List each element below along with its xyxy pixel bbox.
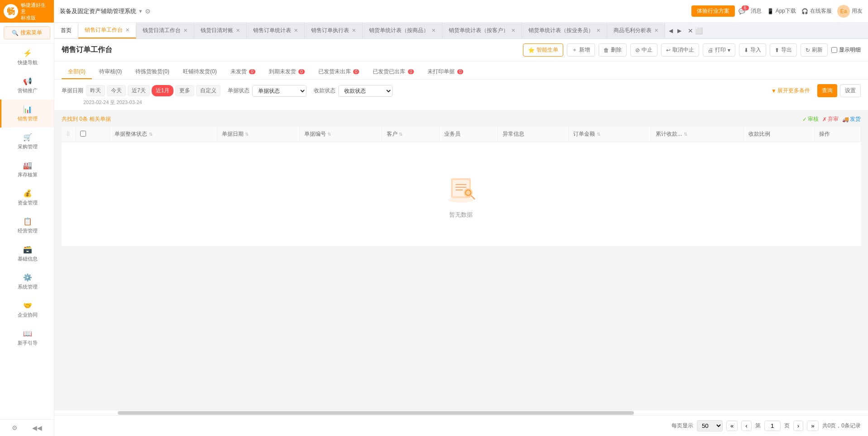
sidebar-item-sales[interactable]: 📊 销售管理: [0, 100, 54, 128]
th-date[interactable]: 单据日期 ⇅: [217, 127, 299, 142]
sidebar-item-operation[interactable]: 📋 经营管理: [0, 212, 54, 240]
th-amount[interactable]: 订单金额 ⇅: [569, 127, 651, 142]
sub-tab-pending-review[interactable]: 待审核(0): [93, 65, 129, 79]
date-btn-more[interactable]: 更多: [175, 85, 194, 96]
query-btn[interactable]: 查询: [817, 84, 837, 97]
prev-page-btn[interactable]: ‹: [741, 421, 751, 431]
th-status[interactable]: 单据整体状态 ⇅: [110, 127, 217, 142]
select-all-checkbox[interactable]: [80, 131, 86, 137]
smart-create-btn[interactable]: ⭐ 智能生单: [523, 43, 563, 57]
first-page-btn[interactable]: «: [726, 421, 738, 431]
tab-close-sales-stat-product[interactable]: ✕: [432, 28, 436, 33]
date-btn-today[interactable]: 今天: [107, 85, 126, 96]
sub-tab-pending-check[interactable]: 待拣货验货(0): [129, 65, 176, 79]
tab-home[interactable]: 首页: [54, 23, 78, 38]
print-btn[interactable]: 🖨 打印 ▾: [703, 43, 735, 57]
th-number[interactable]: 单据编号 ⇅: [299, 127, 382, 142]
refresh-btn[interactable]: ↻ 刷新: [801, 43, 828, 57]
sidebar-item-purchase[interactable]: 🛒 采购管理: [0, 128, 54, 156]
expired-not-shipped-badge: 0: [298, 69, 305, 74]
show-detail-checkbox[interactable]: [831, 47, 837, 53]
tab-sales-workbench[interactable]: 销售订单工作台 ✕: [78, 23, 136, 38]
date-group: 昨天 今天 近7天 近1月 更多 自定义: [86, 85, 221, 96]
tab-close-sales-stat[interactable]: ✕: [294, 28, 298, 33]
ship-btn[interactable]: 🚚 发货: [842, 115, 861, 123]
tab-sales-stat-product[interactable]: 销货单统计表（按商品） ✕: [363, 23, 442, 38]
online-service-btn[interactable]: 🎧 在线客服: [801, 7, 832, 15]
sidebar-item-marketing[interactable]: 📢 营销推广: [0, 71, 54, 100]
scrollbar-thumb[interactable]: [118, 411, 634, 415]
message-badge[interactable]: 💬 6: [739, 8, 745, 14]
topbar-actions: 💬 6 消息 📱 App下载 🎧 在线客服 Ea 用友: [739, 5, 863, 18]
tab-maximize[interactable]: ⬜: [695, 27, 703, 34]
industry-btn[interactable]: 体验行业方案: [691, 5, 735, 17]
sidebar-item-finance[interactable]: 💰 资金管理: [0, 184, 54, 212]
tab-close-sales-stat-customer[interactable]: ✕: [511, 28, 515, 33]
sub-tab-expired-not-shipped[interactable]: 到期未发货 0: [263, 65, 311, 79]
show-detail-label[interactable]: 显示明细: [831, 46, 861, 54]
add-btn[interactable]: ＋ 新增: [567, 43, 595, 57]
tab-sales-stat[interactable]: 销售订单统计表 ✕: [247, 23, 305, 38]
collapse-icon[interactable]: ◀◀: [32, 424, 42, 431]
tab-scroll-left[interactable]: ◀: [667, 27, 675, 35]
tab-cash-daily[interactable]: 钱货日清工作台 ✕: [136, 23, 194, 38]
date-btn-custom[interactable]: 自定义: [196, 85, 221, 96]
tab-sales-stat-customer[interactable]: 销货单统计表（按客户） ✕: [442, 23, 522, 38]
sub-tab-not-printed[interactable]: 未打印单据 0: [421, 65, 470, 79]
tab-close-product-margin[interactable]: ✕: [654, 28, 658, 33]
sub-tab-not-shipped[interactable]: 未发货 0: [224, 65, 262, 79]
dropdown-arrow-icon[interactable]: ▾: [139, 8, 142, 14]
tab-sales-exec[interactable]: 销售订单执行表 ✕: [305, 23, 363, 38]
sidebar-item-corp[interactable]: 🤝 企业协同: [0, 296, 54, 324]
sidebar-item-guide[interactable]: 📖 新手引导: [0, 324, 54, 352]
settings-bottom-icon[interactable]: ⚙: [12, 424, 18, 431]
tab-close-sales-exec[interactable]: ✕: [352, 28, 356, 33]
payment-select[interactable]: 收款状态: [338, 85, 393, 97]
sidebar-item-inventory[interactable]: 🏭 库存核算: [0, 156, 54, 184]
last-page-btn[interactable]: »: [807, 421, 818, 431]
approve-btn[interactable]: ✓ 审核: [802, 115, 819, 123]
sidebar-item-quick-nav[interactable]: ⚡ 快捷导航: [0, 43, 54, 71]
next-page-btn[interactable]: ›: [793, 421, 803, 431]
sub-tab-wangpu-pending[interactable]: 旺铺待发货(0): [177, 65, 223, 79]
tab-cash-reconcile[interactable]: 钱货日清对账 ✕: [194, 23, 247, 38]
app-download-btn[interactable]: 📱 App下载: [767, 7, 796, 15]
date-btn-1month[interactable]: 近1月: [152, 85, 174, 96]
date-btn-yesterday[interactable]: 昨天: [86, 85, 105, 96]
user-profile-btn[interactable]: Ea 用友: [837, 5, 863, 18]
stop-btn[interactable]: ⊘ 中止: [630, 43, 657, 57]
tab-product-margin[interactable]: 商品毛利分析表 ✕: [607, 23, 665, 38]
tab-scroll-right[interactable]: ▶: [676, 27, 683, 35]
sort-date-icon: ⇅: [245, 132, 249, 137]
cancel-stop-btn[interactable]: ↩ 取消中止: [661, 43, 699, 57]
reject-btn[interactable]: ✗ 弃审: [822, 115, 839, 123]
settings-icon[interactable]: ⚙: [145, 8, 151, 15]
status-select[interactable]: 单据状态: [252, 85, 307, 97]
tab-close-sales-workbench[interactable]: ✕: [125, 27, 129, 33]
page-number-input[interactable]: [764, 421, 781, 431]
delete-btn[interactable]: 🗑 删除: [599, 43, 627, 57]
sub-tab-shipped-not-out[interactable]: 已发货未出库 0: [312, 65, 366, 79]
tab-close-cash-reconcile[interactable]: ✕: [236, 28, 240, 33]
date-btn-7days[interactable]: 近7天: [128, 85, 150, 96]
sub-tab-shipped-out[interactable]: 已发货已出库 0: [366, 65, 420, 79]
sidebar-item-system[interactable]: ⚙️ 系统管理: [0, 268, 54, 296]
tab-close-all[interactable]: ✕: [688, 27, 693, 34]
plus-icon: ＋: [572, 46, 577, 54]
filters-area: 单据日期 昨天 今天 近7天 近1月 更多 自定义 单据状态: [54, 80, 868, 111]
export-btn[interactable]: ⬆ 导出: [770, 43, 797, 57]
import-btn[interactable]: ⬇ 导入: [739, 43, 766, 57]
expand-btn[interactable]: ▼ 展开更多条件: [771, 87, 810, 95]
sub-tab-all[interactable]: 全部(0): [62, 65, 92, 79]
page-size-select[interactable]: 50 10 20 100: [697, 420, 723, 431]
tab-close-cash-daily[interactable]: ✕: [183, 28, 187, 33]
sidebar-item-base[interactable]: 🗃️ 基础信息: [0, 240, 54, 268]
tab-close-sales-stat-staff[interactable]: ✕: [596, 28, 600, 33]
search-menu-button[interactable]: 🔍 搜索菜单: [4, 26, 50, 39]
tab-sales-stat-staff[interactable]: 销货单统计表（按业务员） ✕: [522, 23, 607, 38]
th-customer[interactable]: 客户 ⇅: [382, 127, 440, 142]
pagination: 每页显示 50 10 20 100 « ‹ 第 页 › » 共0页，0条记录: [54, 415, 868, 436]
horizontal-scrollbar[interactable]: [54, 410, 868, 415]
settings-btn[interactable]: 设置: [840, 84, 861, 97]
th-collected[interactable]: 累计收款... ⇅: [651, 127, 744, 142]
